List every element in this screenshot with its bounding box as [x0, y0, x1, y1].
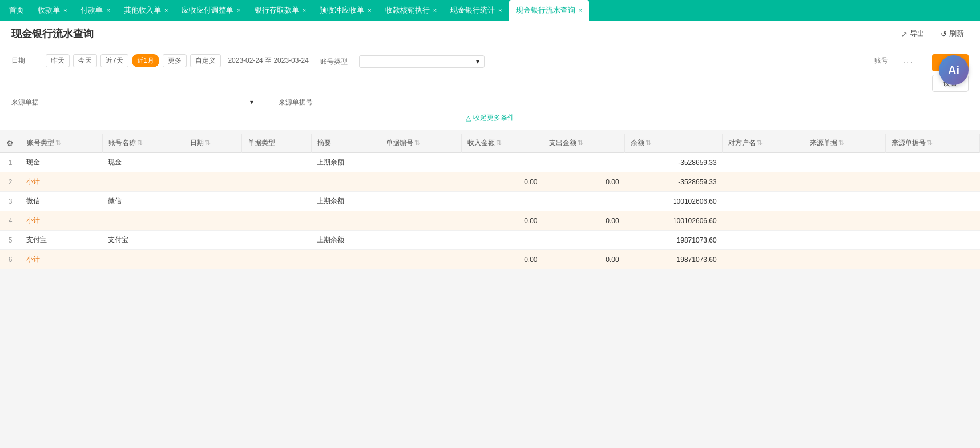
row-num: 5	[0, 231, 21, 250]
nav-tab-ar-ap-adjust[interactable]: 应收应付调整单 ×	[175, 0, 247, 21]
sort-date-icon: ⇅	[205, 139, 211, 147]
row-account-type: 支付宝	[21, 231, 102, 250]
row-summary: 上期余额	[311, 231, 380, 250]
row-doc-no	[380, 211, 461, 231]
nav-tab-payments[interactable]: 付款单 ×	[74, 0, 116, 21]
date-filter-row: 日期 昨天 今天 近7天 近1月 更多 自定义 2023-02-24 至 202…	[11, 54, 309, 67]
export-button[interactable]: ↗ 导出	[897, 26, 929, 41]
refresh-button[interactable]: ↺ 刷新	[936, 26, 969, 41]
th-balance[interactable]: 余额⇅	[625, 134, 723, 153]
gear-icon: ⚙	[6, 139, 14, 148]
th-counterpart[interactable]: 对方户名⇅	[723, 134, 804, 153]
nav-home[interactable]: 首页	[2, 0, 31, 21]
row-counterpart	[723, 153, 804, 172]
sort-counterpart-icon: ⇅	[757, 139, 763, 147]
page-title: 现金银行流水查询	[11, 27, 94, 41]
account-type-select[interactable]: ▾	[359, 55, 485, 68]
sort-income-icon: ⇅	[496, 139, 502, 147]
date-btn-yesterday[interactable]: 昨天	[46, 54, 70, 67]
close-bank-deposit-icon[interactable]: ×	[303, 7, 306, 14]
date-btn-7days[interactable]: 近7天	[100, 54, 128, 67]
date-label: 日期	[11, 56, 34, 66]
th-account-type[interactable]: 账号类型⇅	[21, 134, 102, 153]
source-doc-select[interactable]: ▾	[50, 96, 256, 108]
source-doc-dropdown-icon: ▾	[250, 98, 253, 106]
table-container: ⚙ 账号类型⇅ 账号名称⇅ 日期⇅ 单据类型 摘要 单据编号⇅ 收入金额⇅ 支出…	[0, 134, 980, 269]
nav-tab-receipts[interactable]: 收款单 ×	[31, 0, 74, 21]
th-expense[interactable]: 支出金额⇅	[543, 134, 625, 153]
row-source-doc	[804, 250, 886, 269]
row-expense: 0.00	[543, 211, 625, 231]
row-num: 4	[0, 211, 21, 231]
row-source-doc-no	[886, 192, 980, 211]
account-more-dots[interactable]: ...	[903, 55, 914, 66]
header-actions: ↗ 导出 ↺ 刷新	[897, 26, 969, 41]
close-prepay-icon[interactable]: ×	[368, 7, 371, 14]
th-gear[interactable]: ⚙	[0, 134, 21, 153]
collapse-button[interactable]: △ 收起更多条件	[466, 113, 514, 123]
refresh-icon: ↺	[941, 30, 947, 38]
close-other-income-icon[interactable]: ×	[164, 7, 168, 14]
date-range: 2023-02-24 至 2023-03-24	[228, 56, 308, 66]
collapse-bar: △ 收起更多条件	[11, 113, 969, 123]
close-ar-ap-icon[interactable]: ×	[237, 7, 240, 14]
table-row: 2小计0.000.00-3528659.33	[0, 172, 980, 192]
row-account-name	[102, 211, 184, 231]
row-source-doc-no	[886, 250, 980, 269]
close-cash-stat-icon[interactable]: ×	[498, 7, 502, 14]
row-expense	[543, 231, 625, 250]
row-income: 0.00	[461, 250, 543, 269]
th-source-doc-no[interactable]: 来源单据号⇅	[886, 134, 980, 153]
th-doc-no[interactable]: 单据编号⇅	[380, 134, 461, 153]
ai-badge[interactable]: Ai	[939, 55, 969, 85]
row-expense: 0.00	[543, 250, 625, 269]
close-cash-flow-icon[interactable]: ×	[579, 7, 582, 14]
row-counterpart	[723, 192, 804, 211]
row-balance: 100102606.60	[625, 211, 723, 231]
row-doc-type	[241, 231, 311, 250]
row-date	[184, 192, 241, 211]
th-account-name[interactable]: 账号名称⇅	[102, 134, 184, 153]
row-source-doc-no	[886, 231, 980, 250]
source-doc-num-input[interactable]	[324, 96, 530, 108]
th-source-doc[interactable]: 来源单据⇅	[804, 134, 886, 153]
nav-tab-cash-flow[interactable]: 现金银行流水查询 ×	[509, 0, 589, 21]
row-counterpart	[723, 231, 804, 250]
row-expense	[543, 192, 625, 211]
row-source-doc	[804, 153, 886, 172]
sort-account-type-icon: ⇅	[55, 139, 61, 147]
table-header-row: ⚙ 账号类型⇅ 账号名称⇅ 日期⇅ 单据类型 摘要 单据编号⇅ 收入金额⇅ 支出…	[0, 134, 980, 153]
th-income[interactable]: 收入金额⇅	[461, 134, 543, 153]
th-date[interactable]: 日期⇅	[184, 134, 241, 153]
date-btn-more[interactable]: 更多	[163, 54, 187, 67]
ai-label: Ai	[948, 64, 959, 77]
row-balance: 100102606.60	[625, 192, 723, 211]
table-row: 3微信微信上期余额100102606.60	[0, 192, 980, 211]
row-income: 0.00	[461, 211, 543, 231]
close-receipt-exec-icon[interactable]: ×	[433, 7, 437, 14]
row-num: 3	[0, 192, 21, 211]
nav-tab-prepay[interactable]: 预收冲应收单 ×	[313, 0, 378, 21]
date-btn-today[interactable]: 今天	[73, 54, 97, 67]
row-date	[184, 211, 241, 231]
row-doc-no	[380, 153, 461, 172]
row-account-type: 现金	[21, 153, 102, 172]
source-filter-row: 来源单据 ▾ 来源单据号	[11, 96, 969, 108]
row-income: 0.00	[461, 172, 543, 192]
row-date	[184, 172, 241, 192]
date-btn-custom[interactable]: 自定义	[190, 54, 221, 67]
row-account-name: 支付宝	[102, 231, 184, 250]
row-doc-type	[241, 211, 311, 231]
nav-tab-cash-stat[interactable]: 现金银行统计 ×	[443, 0, 509, 21]
close-receipts-icon[interactable]: ×	[63, 7, 67, 14]
row-doc-type	[241, 250, 311, 269]
row-summary	[311, 211, 380, 231]
row-income	[461, 231, 543, 250]
close-payments-icon[interactable]: ×	[106, 7, 110, 14]
nav-tab-bank-deposit[interactable]: 银行存取款单 ×	[248, 0, 313, 21]
nav-tab-other-income[interactable]: 其他收入单 ×	[117, 0, 175, 21]
nav-tab-receipt-exec[interactable]: 收款核销执行 ×	[378, 0, 443, 21]
row-account-name: 微信	[102, 192, 184, 211]
date-btn-1month[interactable]: 近1月	[132, 54, 160, 67]
row-counterpart	[723, 211, 804, 231]
